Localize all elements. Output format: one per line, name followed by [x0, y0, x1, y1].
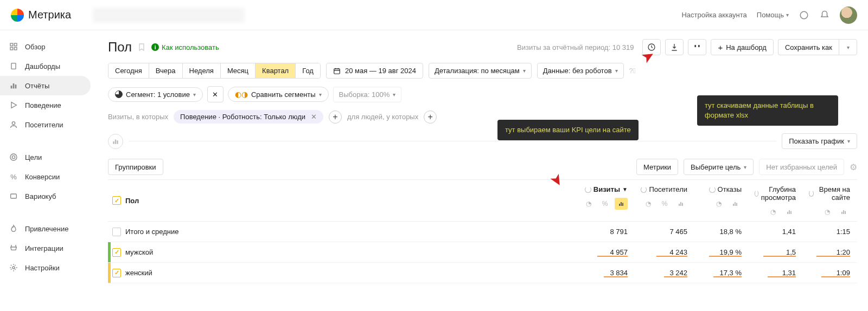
plug-icon	[9, 243, 18, 253]
sidebar-item-settings[interactable]: Настройки	[0, 258, 91, 277]
add-to-dashboard-button[interactable]: +На дашборд	[711, 39, 773, 55]
svg-rect-27	[735, 202, 736, 206]
cell-depth: 1,5	[748, 248, 802, 256]
period-segmented: СегодняВчераНеделяМесяцКварталГод	[108, 63, 321, 79]
period-option-4[interactable]: Квартал	[256, 63, 296, 78]
col-time-header[interactable]: Время на сайте	[816, 185, 850, 202]
bookmark-icon[interactable]	[137, 42, 146, 52]
percent-icon: %	[9, 172, 18, 182]
data-dropdown[interactable]: Данные: без роботов▾	[537, 63, 624, 79]
table-settings-icon[interactable]: ⚙	[850, 162, 857, 172]
chat-icon[interactable]	[799, 10, 809, 21]
cell-bounce: 19,9 %	[694, 248, 748, 256]
site-selector-blurred[interactable]	[93, 8, 245, 23]
header-checkbox[interactable]: ✓	[112, 196, 121, 205]
segment-clear-button[interactable]: ✕	[207, 86, 224, 102]
svg-rect-4	[14, 47, 17, 50]
avatar[interactable]	[840, 7, 857, 24]
col-depth-header[interactable]: Глубина просмотра	[761, 185, 796, 202]
sidebar-item-integrations[interactable]: Интеграции	[0, 238, 91, 258]
refresh-icon	[809, 190, 814, 197]
period-option-0[interactable]: Сегодня	[108, 63, 149, 78]
col-visitors-header[interactable]: Посетители	[649, 185, 687, 193]
chip-remove-icon[interactable]: ✕	[309, 113, 319, 121]
sidebar-item-conversions[interactable]: %Конверсии	[0, 167, 91, 186]
save-as-button[interactable]: Сохранить как	[778, 39, 839, 55]
view-percent-icon[interactable]: %	[598, 198, 611, 210]
sidebar-item-variocube[interactable]: Вариокуб	[0, 186, 91, 206]
segment-pill[interactable]: Сегмент: 1 условие▾	[108, 87, 203, 102]
cell-time: 1:20	[802, 248, 857, 256]
logo[interactable]: Метрика	[11, 9, 71, 22]
show-chart-button[interactable]: Показать график▾	[782, 133, 857, 149]
row-checkbox[interactable]: ✓	[112, 269, 121, 277]
date-range-picker[interactable]: 20 мая — 19 авг 2024	[326, 63, 423, 79]
help-icon[interactable]: ?⃝	[629, 67, 636, 75]
bell-icon[interactable]	[819, 10, 830, 21]
view-pie-icon[interactable]: ◔	[582, 198, 595, 210]
row-label: мужской	[125, 248, 153, 256]
svg-rect-32	[841, 212, 843, 214]
sidebar-item-overview[interactable]: Обзор	[0, 37, 91, 56]
sidebar-item-behavior[interactable]: Поведение	[0, 95, 91, 115]
svg-point-14	[12, 267, 15, 269]
main-content: Пол i Как использовать Визиты за отчётны…	[95, 30, 868, 284]
view-bars-icon[interactable]	[729, 198, 742, 210]
view-bars-icon[interactable]	[837, 206, 850, 218]
total-bounce: 18,8 %	[694, 228, 748, 236]
dimension-header: Пол	[125, 197, 139, 205]
row-checkbox[interactable]: ✓	[112, 248, 121, 257]
total-label: Итого и средние	[125, 228, 178, 236]
sidebar-item-visitors[interactable]: Посетители	[0, 115, 91, 134]
filter-chip-robots[interactable]: Поведение · Роботность: Только люди ✕	[174, 110, 323, 124]
view-pie-icon[interactable]: ◔	[712, 198, 725, 210]
period-option-1[interactable]: Вчера	[149, 63, 183, 78]
how-to-use-link[interactable]: i Как использовать	[151, 43, 219, 51]
view-bars-icon[interactable]	[615, 198, 628, 210]
sidebar-item-goals[interactable]: Цели	[0, 147, 91, 167]
view-pie-icon[interactable]: ◔	[642, 198, 655, 210]
compare-segments-pill[interactable]: ◐◑ Сравнить сегменты▾	[228, 87, 329, 102]
view-pie-icon[interactable]: ◔	[821, 206, 834, 218]
quotes-button[interactable]	[688, 39, 706, 55]
metrics-button[interactable]: Метрики	[636, 159, 678, 175]
help-dropdown[interactable]: Помощь ▾	[757, 11, 789, 19]
sidebar-item-acquisition[interactable]: Привлечение	[0, 219, 91, 238]
export-button[interactable]	[665, 39, 684, 55]
view-pie-icon[interactable]: ◔	[767, 206, 780, 218]
choose-goal-dropdown[interactable]: Выберите цель▾	[684, 159, 754, 175]
svg-rect-8	[15, 85, 17, 88]
svg-rect-6	[11, 86, 12, 88]
add-people-filter-button[interactable]: +	[424, 111, 437, 124]
groupings-button[interactable]: Группировки	[108, 159, 163, 175]
copy-icon	[9, 61, 18, 71]
sidebar: Обзор Дашборды Отчёты Поведение Посетите…	[0, 30, 95, 284]
period-option-2[interactable]: Неделя	[183, 63, 221, 78]
save-as-dropdown[interactable]: ▾	[839, 39, 857, 55]
svg-point-0	[800, 11, 808, 19]
user-icon	[9, 120, 18, 129]
col-bounce-header[interactable]: Отказы	[718, 185, 742, 193]
sidebar-item-dashboards[interactable]: Дашборды	[0, 56, 91, 76]
col-visits-header[interactable]: Визиты	[593, 185, 620, 193]
svg-rect-21	[621, 202, 622, 206]
compare-icon: ◐◑	[235, 90, 248, 99]
view-bars-icon[interactable]	[674, 198, 687, 210]
chart-knob[interactable]	[108, 134, 123, 149]
view-percent-icon[interactable]: %	[658, 198, 671, 210]
sample-dropdown[interactable]: Выборка: 100%▾	[333, 87, 402, 102]
svg-rect-25	[682, 203, 683, 206]
cell-visitors: 4 243	[634, 248, 694, 256]
view-bars-icon[interactable]	[783, 206, 796, 218]
period-option-5[interactable]: Год	[296, 63, 320, 78]
period-option-3[interactable]: Месяц	[221, 63, 256, 78]
account-settings-link[interactable]: Настройка аккаунта	[681, 11, 746, 19]
bars-icon	[9, 81, 18, 90]
add-visit-filter-button[interactable]: +	[329, 111, 342, 124]
page-title: Пол	[108, 40, 132, 55]
sidebar-item-reports[interactable]: Отчёты	[0, 76, 91, 95]
svg-rect-16	[334, 68, 340, 73]
cell-bounce: 17,3 %	[694, 269, 748, 277]
total-checkbox[interactable]: ✓	[112, 228, 121, 236]
detail-dropdown[interactable]: Детализация: по месяцам▾	[429, 63, 532, 79]
